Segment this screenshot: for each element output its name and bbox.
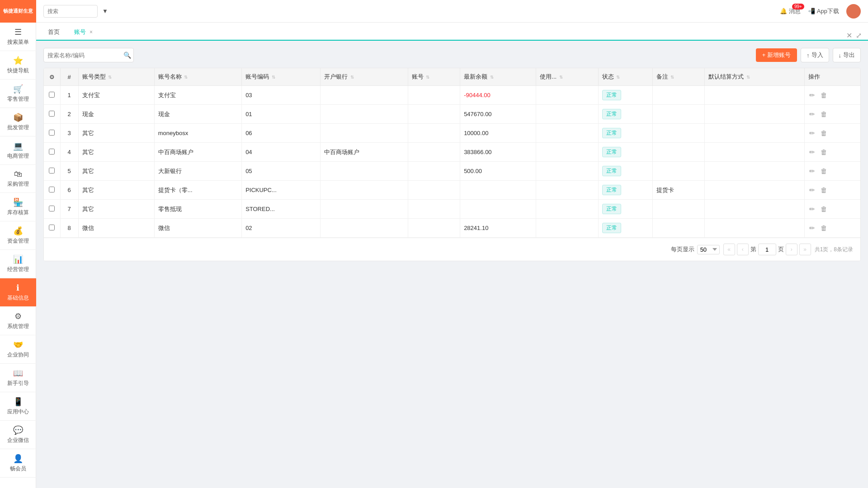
row-checkbox[interactable] <box>44 181 60 200</box>
sidebar-item-guide[interactable]: 📖 新手引导 <box>0 364 36 392</box>
row-type: 现金 <box>78 105 154 124</box>
sidebar-item-wholesale[interactable]: 📦 批发管理 <box>0 108 36 136</box>
topbar-search-input[interactable] <box>43 5 98 18</box>
col-type[interactable]: 账号类型 ⇅ <box>78 68 154 86</box>
row-code: 03 <box>242 86 321 105</box>
wechat-icon: 💬 <box>13 425 23 435</box>
row-balance: -90444.00 <box>460 86 536 105</box>
row-type: 其它 <box>78 124 154 143</box>
col-actions: 操作 <box>805 68 860 86</box>
row-num: 6 <box>60 181 78 200</box>
row-num: 2 <box>60 105 78 124</box>
row-remark <box>652 200 704 219</box>
user-avatar[interactable] <box>846 4 861 19</box>
sidebar-item-retail[interactable]: 🛒 零售管理 <box>0 80 36 108</box>
retail-icon: 🛒 <box>13 84 23 94</box>
delete-button[interactable]: 🗑 <box>820 185 828 195</box>
col-default-payment[interactable]: 默认结算方式 ⇅ <box>705 68 805 86</box>
col-code[interactable]: 账号编码 ⇅ <box>242 68 321 86</box>
search-input[interactable] <box>47 52 123 59</box>
delete-button[interactable]: 🗑 <box>820 128 828 138</box>
row-default-payment <box>705 200 805 219</box>
sidebar-item-operations[interactable]: 📊 经营管理 <box>0 250 36 278</box>
sidebar-item-shortcuts[interactable]: ⭐ 快捷导航 <box>0 51 36 80</box>
row-checkbox[interactable] <box>44 124 60 143</box>
row-account <box>408 105 460 124</box>
first-page-button[interactable]: « <box>723 244 735 255</box>
tab-home[interactable]: 首页 <box>41 24 67 41</box>
sidebar-item-search-menu[interactable]: ☰ 搜索菜单 <box>0 23 36 51</box>
sidebar-item-system[interactable]: ⚙ 系统管理 <box>0 307 36 335</box>
sidebar-item-enterprise[interactable]: 🤝 企业协同 <box>0 335 36 364</box>
message-button[interactable]: 🔔 消息 99+ <box>780 7 801 15</box>
edit-button[interactable]: ✏ <box>808 109 816 119</box>
finance-icon: 💰 <box>13 226 23 236</box>
sidebar-item-app-center[interactable]: 📱 应用中心 <box>0 392 36 421</box>
last-page-button[interactable]: » <box>799 244 811 255</box>
sidebar-item-finance[interactable]: 💰 资金管理 <box>0 221 36 250</box>
row-checkbox[interactable] <box>44 162 60 181</box>
row-balance: 547670.00 <box>460 105 536 124</box>
delete-button[interactable]: 🗑 <box>820 223 828 233</box>
edit-button[interactable]: ✏ <box>808 185 816 195</box>
row-checkbox[interactable] <box>44 200 60 219</box>
sidebar-item-inventory[interactable]: 🏪 库存核算 <box>0 193 36 221</box>
edit-button[interactable]: ✏ <box>808 90 816 100</box>
row-status: 正常 <box>598 219 652 238</box>
export-button[interactable]: ↓ 导出 <box>833 48 861 62</box>
col-remark[interactable]: 备注 ⇅ <box>652 68 704 86</box>
row-remark <box>652 143 704 162</box>
tab-account[interactable]: 账号 × <box>67 24 101 41</box>
add-account-button[interactable]: + 新增账号 <box>756 48 797 62</box>
table-row: 8 微信 微信 02 28241.10 正常 ✏ 🗑 <box>44 219 860 238</box>
sidebar-item-label: 库存核算 <box>7 209 29 216</box>
close-tab-button[interactable]: ✕ <box>844 31 854 40</box>
col-account[interactable]: 账号 ⇅ <box>408 68 460 86</box>
row-checkbox[interactable] <box>44 105 60 124</box>
delete-button[interactable]: 🗑 <box>820 166 828 176</box>
edit-button[interactable]: ✏ <box>808 223 816 233</box>
delete-button[interactable]: 🗑 <box>820 109 828 119</box>
delete-button[interactable]: 🗑 <box>820 90 828 100</box>
prev-page-button[interactable]: ‹ <box>737 244 749 255</box>
row-name: 中百商场账户 <box>154 143 241 162</box>
col-name[interactable]: 账号名称 ⇅ <box>154 68 241 86</box>
sidebar-item-ecommerce[interactable]: 💻 电商管理 <box>0 136 36 165</box>
edit-button[interactable]: ✏ <box>808 166 816 176</box>
col-status[interactable]: 状态 ⇅ <box>598 68 652 86</box>
search-icon[interactable]: 🔍 <box>123 52 131 59</box>
row-code: 01 <box>242 105 321 124</box>
sidebar-item-purchase[interactable]: 🛍 采购管理 <box>0 165 36 193</box>
row-code: STORED... <box>242 200 321 219</box>
row-balance: 10000.00 <box>460 124 536 143</box>
sidebar-item-wechat[interactable]: 💬 企业微信 <box>0 421 36 449</box>
sidebar-item-label: 畅会员 <box>10 465 26 473</box>
topbar-dropdown[interactable]: ▼ <box>102 8 108 14</box>
delete-button[interactable]: 🗑 <box>820 204 828 214</box>
edit-button[interactable]: ✏ <box>808 147 816 157</box>
col-balance[interactable]: 最新余额 ⇅ <box>460 68 536 86</box>
delete-button[interactable]: 🗑 <box>820 147 828 157</box>
col-num: # <box>60 68 78 86</box>
per-page-select[interactable]: 50 20 100 <box>697 245 720 254</box>
app-download-button[interactable]: 📲 App下载 <box>808 7 839 15</box>
sidebar-item-member[interactable]: 👤 畅会员 <box>0 449 36 478</box>
page-input[interactable] <box>758 244 776 255</box>
row-default-payment <box>705 219 805 238</box>
next-page-button[interactable]: › <box>786 244 797 255</box>
edit-button[interactable]: ✏ <box>808 128 816 138</box>
expand-button[interactable]: ⤢ <box>854 31 863 40</box>
row-type: 支付宝 <box>78 86 154 105</box>
import-button[interactable]: ↑ 导入 <box>801 48 829 62</box>
col-settings[interactable]: ⚙ <box>44 68 60 86</box>
col-usage[interactable]: 使用... ⇅ <box>536 68 598 86</box>
tab-account-label: 账号 <box>74 28 86 36</box>
row-checkbox[interactable] <box>44 143 60 162</box>
row-checkbox[interactable] <box>44 86 60 105</box>
sidebar-item-basic-info[interactable]: ℹ 基础信息 <box>0 278 36 307</box>
row-balance <box>460 181 536 200</box>
tab-account-close[interactable]: × <box>89 29 94 35</box>
edit-button[interactable]: ✏ <box>808 204 816 214</box>
row-checkbox[interactable] <box>44 219 60 238</box>
col-bank[interactable]: 开户银行 ⇅ <box>321 68 408 86</box>
